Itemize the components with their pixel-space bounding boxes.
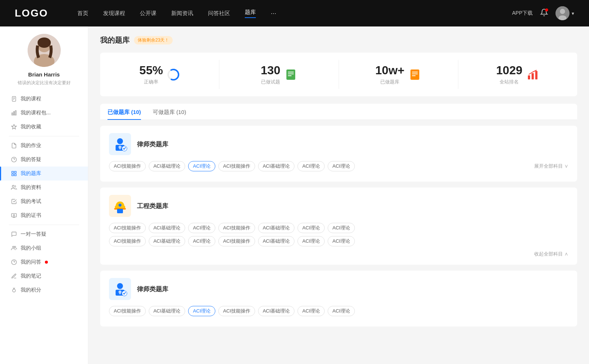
sidebar-item-my-qa[interactable]: 我的问答 [0,255,88,269]
lawyer-bank-icon-2 [109,278,131,300]
svg-point-1 [560,9,565,14]
lawyer-bank-icon-1 [109,133,131,155]
stat-questions: 130 已做试题 [219,60,339,89]
quiz-bank-card-2: 工程类题库 ACI技能操作 ACI基础理论 ACI理论 ACI技能操作 ACI基… [100,188,577,265]
tag-3-2[interactable]: ACI理论 [188,306,215,316]
svg-rect-41 [532,73,534,79]
svg-point-23 [13,214,15,216]
tag-1-6[interactable]: ACI理论 [328,161,355,171]
star-icon [11,124,17,130]
svg-rect-50 [117,209,123,213]
bank-title-2: 工程类题库 [137,202,168,210]
svg-rect-34 [288,74,294,74]
tag-2b-3[interactable]: ACI技能操作 [218,236,255,246]
tag-1-0[interactable]: ACI技能操作 [109,161,146,171]
stat-accuracy: 55% 正确率 [100,60,219,89]
svg-rect-11 [12,113,13,115]
stat-questions-label: 已做试题 [261,79,280,85]
nav-quiz[interactable]: 题库 [245,9,256,18]
tag-1-3[interactable]: ACI技能操作 [218,161,255,171]
nav-menu: 首页 发现课程 公开课 新闻资讯 问答社区 题库 ··· [77,9,512,18]
page-title: 我的题库 [100,35,130,45]
svg-rect-17 [12,171,14,173]
tag-2-6[interactable]: ACI理论 [328,223,355,233]
tab-done[interactable]: 已做题库 (10) [107,104,141,119]
homework-icon [11,143,17,149]
sidebar-item-course-package[interactable]: 我的课程包... [0,106,88,120]
quiz-bank-header-2: 工程类题库 [109,195,568,217]
svg-point-53 [119,290,121,293]
chart-red-icon [526,68,539,81]
nav-news[interactable]: 新闻资讯 [171,10,193,17]
collapse-btn-2[interactable]: 收起全部科目 ∧ [109,249,568,257]
quiz-bank-header-1: 律师类题库 [109,133,568,155]
sidebar-item-profile[interactable]: 我的资料 [0,181,88,195]
doc-green-icon [284,68,297,81]
sidebar-item-certificate[interactable]: 我的证书 [0,208,88,222]
user-avatar-menu[interactable]: ▾ [556,6,574,20]
tag-2-4[interactable]: ACI基础理论 [258,223,295,233]
nav-qa[interactable]: 问答社区 [208,10,230,17]
quiz-bank-card-1: 律师类题库 ACI技能操作 ACI基础理论 ACI理论 ACI技能操作 ACI基… [100,126,577,182]
sidebar-item-exam[interactable]: 我的考试 [0,195,88,208]
engineer-bank-icon [109,195,131,217]
tag-3-1[interactable]: ACI基础理论 [149,306,186,316]
tag-2b-4[interactable]: ACI基础理论 [258,236,295,246]
navbar: LOGO 首页 发现课程 公开课 新闻资讯 问答社区 题库 ··· APP下载 … [0,0,589,26]
main-content: 我的题库 体验剩余23天！ 55% 正确率 [88,26,589,364]
sidebar-item-homework[interactable]: 我的作业 [0,139,88,153]
nav-discover[interactable]: 发现课程 [103,10,125,17]
nav-home[interactable]: 首页 [77,10,88,17]
svg-point-43 [117,138,123,144]
sidebar-item-notes[interactable]: 我的笔记 [0,269,88,283]
stat-banks-label: 已做题库 [375,79,405,85]
tag-2b-2[interactable]: ACI理论 [188,236,215,246]
sidebar-item-1on1-qa[interactable]: 一对一答疑 [0,227,88,241]
tag-1-2[interactable]: ACI理论 [188,161,215,171]
sidebar-item-quiz-bank[interactable]: 我的题库 [0,167,88,181]
bank-title-3: 律师类题库 [137,285,168,293]
tab-available[interactable]: 可做题库 (10) [153,104,186,119]
tag-2-0[interactable]: ACI技能操作 [109,223,146,233]
sidebar-item-group[interactable]: 我的小组 [0,241,88,255]
svg-point-29 [13,289,15,292]
medal-icon [11,287,17,293]
sidebar-item-points[interactable]: 我的积分 [0,283,88,297]
dropdown-arrow-icon: ▾ [572,11,574,16]
sidebar-item-favorites[interactable]: 我的收藏 [0,120,88,134]
app-download-btn[interactable]: APP下载 [512,10,533,17]
svg-point-51 [117,283,123,289]
tag-3-3[interactable]: ACI技能操作 [218,306,255,316]
tag-2b-6[interactable]: ACI理论 [328,236,355,246]
sidebar-divider-1 [9,136,79,136]
sidebar-item-qa[interactable]: 我的答疑 [0,153,88,167]
svg-rect-20 [12,174,14,176]
tag-3-5[interactable]: ACI理论 [297,306,325,316]
tags-row-1: ACI技能操作 ACI基础理论 ACI理论 ACI技能操作 ACI基础理论 AC… [109,161,568,171]
people-icon [11,185,17,190]
tag-3-4[interactable]: ACI基础理论 [258,306,295,316]
cert-icon [11,213,17,218]
tag-2-2[interactable]: ACI理论 [188,223,215,233]
tag-3-0[interactable]: ACI技能操作 [109,306,146,316]
sidebar-item-my-course[interactable]: 我的课程 [0,92,88,106]
tag-1-1[interactable]: ACI基础理论 [149,161,186,171]
tag-3-6[interactable]: ACI理论 [328,306,355,316]
nav-more[interactable]: ··· [271,10,276,17]
tag-2-3[interactable]: ACI技能操作 [218,223,255,233]
tag-1-4[interactable]: ACI基础理论 [258,161,295,171]
tag-2-1[interactable]: ACI基础理论 [149,223,186,233]
nav-open[interactable]: 公开课 [140,10,156,17]
notification-bell-icon[interactable] [540,8,548,18]
tag-1-5[interactable]: ACI理论 [297,161,325,171]
navbar-right: APP下载 ▾ [512,6,574,20]
svg-rect-40 [528,75,530,79]
logo[interactable]: LOGO [15,7,48,19]
tag-2b-1[interactable]: ACI基础理论 [149,236,186,246]
tag-2-5[interactable]: ACI理论 [297,223,325,233]
tag-2b-5[interactable]: ACI理论 [297,236,325,246]
svg-rect-35 [288,75,292,76]
expand-btn-1[interactable]: 展开全部科目 ∨ [534,163,568,169]
tag-2b-0[interactable]: ACI技能操作 [109,236,146,246]
sidebar: Brian Harris 错误的决定比没有决定要好 我的课程 我的课程包... … [0,26,88,364]
